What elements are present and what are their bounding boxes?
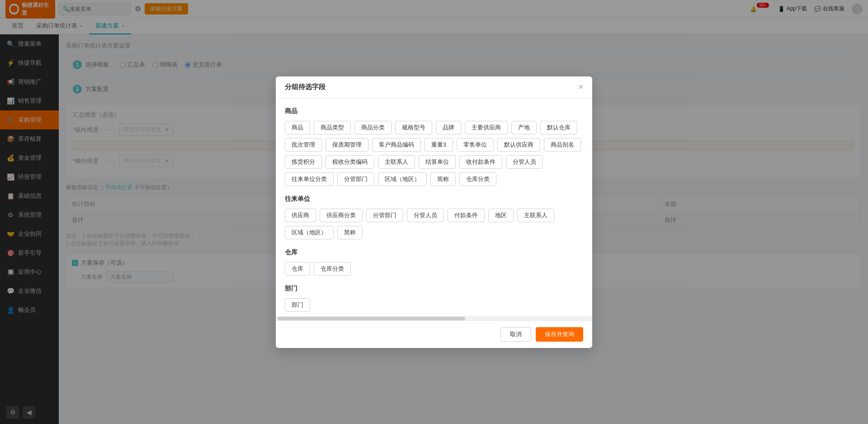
field-tag-short-name[interactable]: 简称 [430,172,456,186]
field-tag-weight[interactable]: 重量3 [425,138,453,152]
field-tag-warehouse[interactable]: 仓库 [285,262,310,276]
field-tag-shelf-life[interactable]: 保质期管理 [326,138,368,152]
field-tag-default-warehouse[interactable]: 默认仓库 [540,121,577,134]
field-select-modal: 分组待选字段 × 商品 商品 商品类型 商品分类 规格型号 品牌 主要供应商 产… [276,76,592,348]
field-tag-department[interactable]: 部门 [285,298,310,312]
field-tag-customer-code[interactable]: 客户商品编码 [372,138,421,152]
field-tag-partner-dept[interactable]: 分管部门 [366,209,403,222]
modal-footer: 取消 保存并查询 [276,320,592,348]
modal-body[interactable]: 商品 商品 商品类型 商品分类 规格型号 品牌 主要供应商 产地 默认仓库 批次… [276,98,592,316]
field-tag-tax-code[interactable]: 税收分类编码 [326,155,374,169]
field-tag-goods[interactable]: 商品 [285,121,310,134]
section-goods: 商品 商品 商品类型 商品分类 规格型号 品牌 主要供应商 产地 默认仓库 批次… [285,107,583,186]
field-tag-partner-contact[interactable]: 主联系人 [517,209,554,222]
field-tag-settlement-unit[interactable]: 结算单位 [419,155,456,169]
field-tag-goods-category[interactable]: 商品分类 [354,121,392,134]
field-tag-pick-score[interactable]: 拣货积分 [285,155,322,169]
section-warehouse-title: 仓库 [285,248,583,257]
section-partner-tags: 供应商 供应商分类 分管部门 分管人员 付款条件 地区 主联系人 区域（地区） … [285,209,583,239]
modal-title: 分组待选字段 [285,83,326,91]
section-department: 部门 部门 [285,285,583,312]
field-tag-batch[interactable]: 批次管理 [285,138,322,152]
field-tag-partner-short-name[interactable]: 简称 [337,226,363,239]
modal-hscrollbar[interactable] [276,316,592,320]
field-tag-alias[interactable]: 商品别名 [544,138,581,152]
field-tag-area[interactable]: 区域（地区） [378,172,427,186]
section-warehouse: 仓库 仓库 仓库分类 [285,248,583,276]
confirm-button[interactable]: 保存并查询 [536,327,583,342]
modal-overlay: 分组待选字段 × 商品 商品 商品类型 商品分类 规格型号 品牌 主要供应商 产… [0,0,868,424]
field-tag-pay-terms[interactable]: 付款条件 [448,209,485,222]
field-tag-origin[interactable]: 产地 [511,121,537,134]
field-tag-manager[interactable]: 分管人员 [506,155,543,169]
section-partner-title: 往来单位 [285,195,583,203]
section-department-title: 部门 [285,285,583,293]
field-tag-goods-type[interactable]: 商品类型 [314,121,351,134]
section-department-tags: 部门 [285,298,583,312]
field-tag-payment-terms[interactable]: 收付款条件 [459,155,502,169]
section-goods-tags: 商品 商品类型 商品分类 规格型号 品牌 主要供应商 产地 默认仓库 批次管理 … [285,121,583,186]
field-tag-main-supplier[interactable]: 主要供应商 [465,121,508,134]
hscrollbar-thumb[interactable] [278,317,465,320]
field-tag-main-contact[interactable]: 主联系人 [378,155,415,169]
modal-close-button[interactable]: × [578,83,583,91]
field-tag-partner-manager[interactable]: 分管人员 [407,209,444,222]
field-tag-supplier-category[interactable]: 供应商分类 [320,209,363,222]
cancel-button[interactable]: 取消 [500,327,531,342]
field-tag-warehouse-category[interactable]: 仓库分类 [459,172,496,186]
modal-header: 分组待选字段 × [276,76,592,98]
field-tag-partner-category[interactable]: 往来单位分类 [285,172,334,186]
section-warehouse-tags: 仓库 仓库分类 [285,262,583,276]
field-tag-default-supplier[interactable]: 默认供应商 [497,138,540,152]
field-tag-partner-area[interactable]: 区域（地区） [285,226,334,239]
field-tag-dept[interactable]: 分管部门 [337,172,374,186]
section-goods-title: 商品 [285,107,583,115]
field-tag-region[interactable]: 地区 [488,209,514,222]
field-tag-retail-unit[interactable]: 零售单位 [457,138,494,152]
field-tag-brand[interactable]: 品牌 [436,121,461,134]
section-partner: 往来单位 供应商 供应商分类 分管部门 分管人员 付款条件 地区 主联系人 区域… [285,195,583,239]
field-tag-warehouse-cat[interactable]: 仓库分类 [314,262,351,276]
field-tag-spec[interactable]: 规格型号 [395,121,432,134]
field-tag-supplier[interactable]: 供应商 [285,209,316,222]
